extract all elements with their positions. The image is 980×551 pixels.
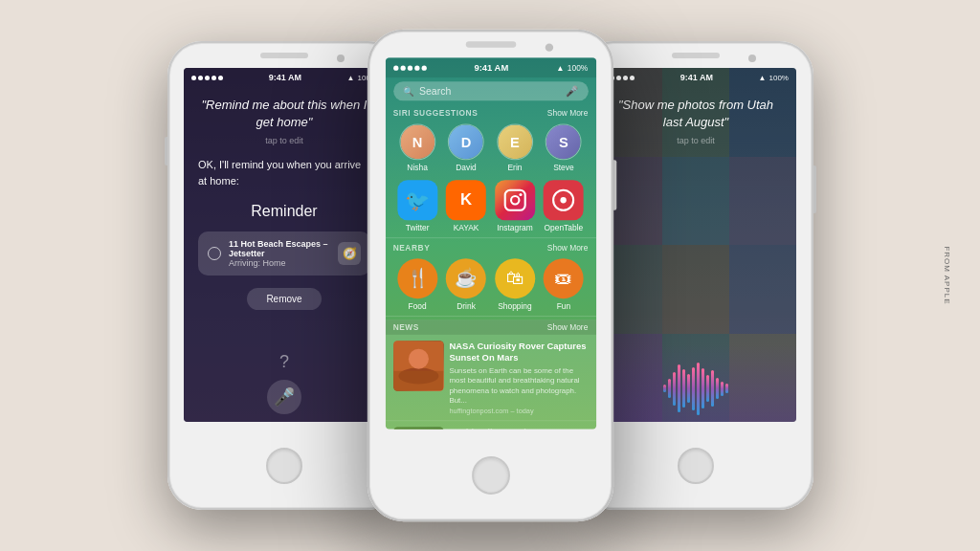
contact-david[interactable]: D David: [448, 123, 484, 171]
news-item-2[interactable]: Healthy diet may improve memory...: [385, 422, 596, 430]
avatar-david: D: [448, 123, 484, 160]
news-header: NEWS Show More: [385, 320, 596, 335]
app-label-twitter: Twitter: [405, 223, 429, 231]
siri-query-left: "Remind me about this when I get home": [198, 97, 370, 131]
avatar-steve: S: [545, 123, 581, 160]
app-kayak[interactable]: K KAYAK: [446, 180, 486, 232]
question-mark: ?: [279, 352, 289, 372]
phone-left: 9:41 AM ▲ 100% "Remind me about this whe…: [167, 41, 402, 510]
app-instagram[interactable]: Instagram: [494, 180, 534, 232]
nearby-fun[interactable]: 🎟 Fun: [543, 258, 583, 311]
siri-query-right: "Show me photos from Utah last August": [610, 97, 782, 131]
signal-dots-left: [191, 76, 223, 80]
reminder-label: Reminder: [251, 203, 317, 220]
avatar-erin: E: [497, 123, 533, 160]
nearby-label-fun: Fun: [556, 301, 569, 310]
status-time-right: 9:41 AM: [680, 73, 713, 82]
status-right-right: ▲ 100%: [759, 74, 789, 82]
tap-to-edit-left[interactable]: tap to edit: [265, 136, 303, 145]
nearby-label: NEARBY: [392, 243, 430, 252]
reminder-card[interactable]: 11 Hot Beach Escapes – Jetsetter Arrivin…: [198, 231, 370, 276]
siri-mic-left[interactable]: 🎤: [267, 380, 301, 414]
status-bar-middle: 9:41 AM ▲ 100%: [385, 57, 596, 77]
contact-name-nisha: Nisha: [407, 163, 427, 171]
nearby-shopping[interactable]: 🛍 Shopping: [494, 258, 534, 311]
signal-dots-middle: [392, 65, 426, 70]
power-button-right: [813, 165, 816, 213]
show-more-nearby[interactable]: Show More: [546, 243, 587, 252]
phone-bottom-left: [266, 422, 302, 510]
phone-top-left: [167, 41, 402, 64]
contact-steve[interactable]: S Steve: [545, 123, 581, 171]
nearby-label-drink: Drink: [457, 301, 476, 310]
mic-icon-search[interactable]: 🎤: [566, 86, 578, 98]
speaker-middle: [465, 41, 516, 47]
status-bar-right: 9:41 AM ▲ 100%: [595, 68, 796, 87]
show-more-contacts[interactable]: Show More: [546, 109, 587, 118]
siri-response-left: OK, I'll remind you when you arrive at h…: [198, 157, 370, 188]
status-time-left: 9:41 AM: [269, 73, 301, 82]
search-icon: 🔍: [403, 86, 414, 97]
power-button-middle: [613, 160, 616, 209]
status-bar-left: 9:41 AM ▲ 100%: [184, 68, 385, 87]
instagram-icon: [494, 180, 534, 220]
shopping-icon: 🛍: [494, 258, 534, 298]
show-more-news[interactable]: Show More: [546, 322, 587, 331]
speaker-right: [672, 53, 720, 58]
news-thumb-food: [392, 428, 443, 430]
nearby-label-food: Food: [408, 301, 426, 310]
app-twitter[interactable]: 🐦 Twitter: [397, 180, 437, 232]
news-label: NEWS: [392, 322, 418, 331]
status-right-middle: ▲ 100%: [556, 63, 588, 72]
search-bar[interactable]: 🔍 Search 🎤: [392, 81, 588, 100]
home-button-left[interactable]: [266, 448, 302, 484]
siri-screen-middle: 9:41 AM ▲ 100% 🔍 Search 🎤 SIRI SUGGESTIO…: [385, 57, 596, 430]
siri-content-right: "Show me photos from Utah last August" t…: [595, 87, 796, 422]
safari-icon: 🧭: [338, 242, 361, 265]
nearby-label-shopping: Shopping: [498, 301, 532, 310]
nearby-row: 🍴 Food ☕ Drink 🛍 Shopping 🎟 Fun: [385, 254, 596, 315]
camera-right: [748, 55, 756, 62]
phone-middle: 9:41 AM ▲ 100% 🔍 Search 🎤 SIRI SUGGESTIO…: [367, 30, 612, 522]
app-label-opentable: OpenTable: [544, 223, 583, 231]
siri-content-left: "Remind me about this when I get home" t…: [184, 87, 385, 352]
nearby-drink[interactable]: ☕ Drink: [446, 258, 486, 311]
drink-icon: ☕: [446, 258, 486, 298]
reminder-circle: [208, 247, 221, 260]
opentable-icon: [543, 180, 583, 220]
svg-rect-4: [392, 428, 443, 430]
nearby-food[interactable]: 🍴 Food: [397, 258, 437, 311]
home-button-middle[interactable]: [471, 456, 509, 495]
watermark: FROM APPLE: [943, 246, 951, 304]
phone-bottom-right: [678, 422, 714, 510]
avatar-nisha: N: [399, 123, 435, 160]
contact-erin[interactable]: E Erin: [497, 123, 533, 171]
speaker-left: [260, 53, 308, 58]
remove-button[interactable]: Remove: [247, 288, 321, 310]
screen-right: 9:41 AM ▲ 100% "Show me photos from Utah…: [595, 68, 796, 422]
news-section: NEWS Show More: [385, 320, 596, 429]
food-icon: 🍴: [397, 258, 437, 298]
phone-bottom-middle: [471, 430, 509, 522]
tap-to-edit-right[interactable]: tap to edit: [677, 136, 715, 145]
siri-bottom-left: ? 🎤: [184, 352, 385, 422]
siri-screen-left: 9:41 AM ▲ 100% "Remind me about this whe…: [184, 68, 385, 422]
news-item-1[interactable]: NASA Curiosity Rover Captures Sunset On …: [385, 335, 596, 422]
news-content-1: NASA Curiosity Rover Captures Sunset On …: [449, 341, 588, 414]
home-button-right[interactable]: [678, 448, 714, 484]
divider-1: [385, 237, 596, 238]
reminder-subtitle: Arriving: Home: [229, 258, 330, 268]
contact-name-erin: Erin: [507, 163, 522, 171]
contact-name-steve: Steve: [553, 163, 573, 171]
twitter-icon: 🐦: [397, 180, 437, 220]
phones-container: 9:41 AM ▲ 100% "Remind me about this whe…: [167, 41, 813, 510]
nearby-header: NEARBY Show More: [385, 239, 596, 254]
contact-name-david: David: [456, 163, 476, 171]
siri-suggestions-header: SIRI SUGGESTIONS Show More: [385, 105, 596, 121]
app-opentable[interactable]: OpenTable: [543, 180, 583, 232]
contacts-row: N Nisha D David E Erin: [385, 120, 596, 176]
phone-right: 9:41 AM ▲ 100% "Show me photos from Utah…: [579, 41, 813, 510]
kayak-icon: K: [446, 180, 486, 220]
contact-nisha[interactable]: N Nisha: [399, 123, 435, 171]
apps-row: 🐦 Twitter K KAYAK: [385, 176, 596, 236]
